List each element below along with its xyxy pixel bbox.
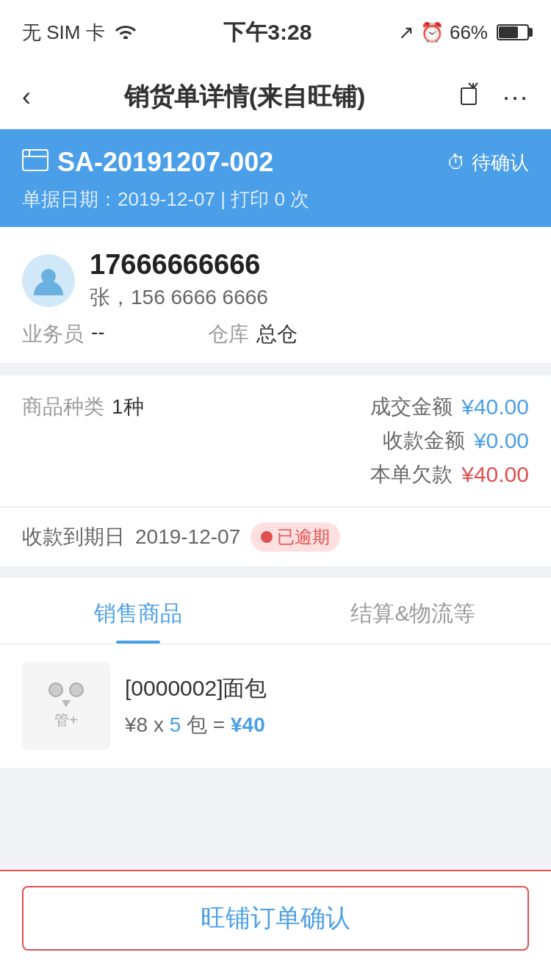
quantity-value: 5 — [170, 713, 181, 736]
product-price: ¥8 x 5 包 = ¥40 — [125, 711, 529, 739]
customer-info: 17666666666 张，156 6666 6666 — [90, 249, 268, 311]
wifi-icon — [114, 21, 137, 44]
nav-actions: ··· — [458, 81, 529, 113]
confirm-order-button[interactable]: 旺铺订单确认 — [22, 886, 529, 951]
summary-card: 商品种类 1种 成交金额 ¥40.00 收款金额 ¥0.00 本单欠款 ¥40.… — [0, 375, 551, 506]
product-thumbnail: 管+ — [48, 682, 84, 730]
tabs-section: 销售商品 结算&物流等 管+ [0000002]面包 ¥8 — [0, 578, 551, 768]
order-icon — [22, 147, 48, 178]
owed-value: ¥40.00 — [461, 462, 529, 487]
overdue-badge: 已逾期 — [251, 522, 340, 552]
alarm-icon: ⏰ — [420, 21, 444, 44]
product-list: 管+ [0000002]面包 ¥8 x 5 包 = ¥40 — [0, 644, 551, 768]
unit-value: 包 — [187, 713, 207, 736]
tabs-bar: 销售商品 结算&物流等 — [0, 578, 551, 644]
svg-rect-2 — [23, 150, 48, 170]
location-icon: ↗ — [398, 21, 414, 44]
type-label: 商品种类 — [22, 393, 104, 421]
price-value: ¥8 — [125, 713, 148, 736]
status-text: 待确认 — [472, 150, 529, 176]
status-right: ↗ ⏰ 66% — [398, 21, 529, 44]
order-date: 单据日期：2019-12-07 | 打印 0 次 — [22, 187, 529, 212]
clock-icon: ⏱ — [447, 151, 466, 174]
order-status: ⏱ 待确认 — [447, 150, 529, 176]
customer-card: 17666666666 张，156 6666 6666 业务员 -- 仓库 总仓 — [0, 227, 551, 363]
amount-summary: 成交金额 ¥40.00 收款金额 ¥0.00 本单欠款 ¥40.00 — [370, 393, 529, 489]
tab-settlement[interactable]: 结算&物流等 — [276, 578, 551, 644]
order-id-text: SA-20191207-002 — [57, 147, 273, 178]
customer-name: 张，156 6666 6666 — [90, 284, 268, 311]
customer-phone: 17666666666 — [90, 249, 268, 281]
customer-meta: 业务员 -- 仓库 总仓 — [22, 320, 529, 348]
type-value: 1种 — [112, 393, 144, 421]
received-value: ¥0.00 — [474, 428, 529, 453]
table-row: 管+ [0000002]面包 ¥8 x 5 包 = ¥40 — [0, 644, 551, 768]
price-times: x — [154, 713, 170, 736]
battery-percent: 66% — [450, 21, 488, 44]
amount-value: ¥40.00 — [461, 394, 529, 419]
due-date-row: 收款到期日 2019-12-07 已逾期 — [0, 507, 551, 566]
order-id-section: SA-20191207-002 — [22, 147, 273, 178]
product-name: [0000002]面包 — [125, 674, 529, 704]
sales-label: 业务员 — [22, 320, 84, 348]
due-date-label: 收款到期日 — [22, 523, 125, 551]
owed-label: 本单欠款 — [370, 461, 453, 489]
order-header: SA-20191207-002 ⏱ 待确认 单据日期：2019-12-07 | … — [0, 129, 551, 227]
product-type-row: 商品种类 1种 — [22, 393, 144, 421]
total-value: ¥40 — [231, 713, 265, 736]
page-title: 销货单详情(来自旺铺) — [124, 80, 366, 114]
warehouse-value: 总仓 — [256, 320, 298, 348]
status-time: 下午3:28 — [223, 18, 311, 48]
sales-value: -- — [91, 320, 105, 348]
customer-avatar — [22, 254, 75, 307]
owl-right-eye — [69, 682, 84, 697]
share-icon[interactable] — [458, 81, 485, 113]
owl-text: 管+ — [54, 710, 78, 730]
warehouse-label: 仓库 — [208, 320, 249, 348]
more-icon[interactable]: ··· — [503, 82, 529, 112]
product-info: [0000002]面包 ¥8 x 5 包 = ¥40 — [125, 674, 529, 739]
nav-bar: ‹ 销货单详情(来自旺铺) ··· — [0, 65, 551, 129]
product-image: 管+ — [22, 662, 110, 750]
back-button[interactable]: ‹ — [22, 82, 31, 112]
received-label: 收款金额 — [383, 427, 465, 455]
equals-sign: = — [213, 713, 231, 736]
status-bar: 无 SIM 卡 下午3:28 ↗ ⏰ 66% — [0, 0, 551, 65]
amount-label: 成交金额 — [370, 393, 453, 421]
status-left: 无 SIM 卡 — [22, 20, 137, 46]
tab-sales[interactable]: 销售商品 — [0, 578, 276, 644]
overdue-text: 已逾期 — [277, 525, 330, 549]
carrier-text: 无 SIM 卡 — [22, 20, 105, 46]
overdue-dot-icon — [261, 531, 273, 543]
svg-rect-0 — [461, 88, 476, 104]
due-date-value: 2019-12-07 — [135, 525, 240, 549]
battery-icon — [497, 24, 529, 40]
owl-left-eye — [48, 682, 63, 697]
owl-beak-icon — [62, 700, 71, 707]
bottom-bar: 旺铺订单确认 — [0, 870, 551, 980]
